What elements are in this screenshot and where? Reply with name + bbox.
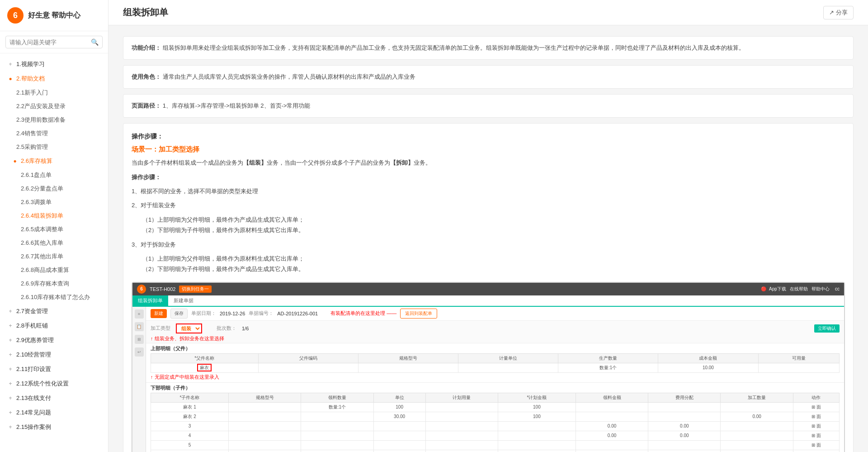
fake-lower3-cell4: [373, 421, 425, 431]
sidebar-item-print[interactable]: + 2.11打印设置: [0, 362, 108, 376]
logo-area: 6 好生意 帮助中心: [0, 0, 108, 31]
sidebar-item-assembly[interactable]: 2.6.4组装拆卸单: [0, 209, 108, 223]
fake-annotation1: 有装配清单的在这里处理 ——: [330, 310, 396, 317]
sidebar-item-payment[interactable]: + 2.13在线支付: [0, 391, 108, 405]
fake-lower6-cell10: ⊞ 面: [793, 450, 839, 452]
fake-app-body: ≡ 📋 ⊞ ↩ 新建 保存 单据日期： 20: [132, 307, 844, 452]
sidebar-item-inventory[interactable]: ● 2.6库存核算: [0, 154, 108, 168]
sidebar-item-otherout[interactable]: 2.6.7其他出库单: [0, 250, 108, 263]
fake-lower-table-area: 下部明细（子件） *子件名称 规格型号 领料数量 单位 计划用量: [146, 382, 844, 452]
step1: 1、根据不同的业务，选择不同单据的类型来处理: [132, 186, 845, 196]
sidebar-item-video[interactable]: + 1.视频学习: [0, 57, 108, 71]
fake-upper-header-row: *父件名称 父件编码 规格型号 计量单位 生产数量 成本金额 可用量: [151, 353, 840, 363]
fake-cell-cost-amt: 10.00: [658, 363, 758, 372]
fake-upper-thead: *父件名称 父件编码 规格型号 计量单位 生产数量 成本金额 可用量: [151, 353, 840, 363]
sidebar-item-stocktake[interactable]: 2.6.1盘点单: [0, 168, 108, 182]
sidebar-item-adjust[interactable]: 2.6.3调拨单: [0, 195, 108, 209]
search-icon[interactable]: 🔍: [91, 38, 99, 46]
fake-lower-header-row: *子件名称 规格型号 领料数量 单位 计划用量 *计划金额 领料金额 费用分配: [151, 393, 840, 402]
fake-nav-home: 🔴: [761, 286, 766, 291]
sidebar: 6 好生意 帮助中心 🔍 + 1.视频学习 ● 2.帮助文档 2.1新手入门 2…: [0, 0, 108, 452]
sidebar-item-accounterr[interactable]: 2.6.10库存账本错了怎么办: [0, 290, 108, 304]
fake-upper-label: 上部明细（父件）: [151, 345, 840, 352]
content-area: 功能介绍： 组装拆卸单用来处理企业组装或拆卸等加工业务，支持有固定装配清单的产品…: [108, 25, 868, 452]
sidebar-item-coupon[interactable]: + 2.9优惠券管理: [0, 333, 108, 347]
share-label: 分享: [836, 9, 848, 17]
fake-sidebar-icon4: ↩: [135, 347, 144, 357]
fake-col-action: 动作: [793, 393, 839, 402]
fake-new-btn[interactable]: 新建: [151, 309, 167, 318]
fake-confirm-btn[interactable]: 立即确认: [814, 324, 840, 333]
fake-process-btn[interactable]: 返回到装配单: [400, 309, 437, 319]
fake-col-plan-qty: 计划用量: [425, 393, 498, 402]
fake-lower2-cell7: [576, 412, 648, 421]
fake-app: 6 TEST-H002 切换到任务一 🔴 App下载 在线帮助 帮助中心 cc: [132, 282, 844, 452]
sidebar-item-mobile[interactable]: + 2.8手机旺铺: [0, 319, 108, 333]
main-area: 组装拆卸单 ↗ 分享 功能介绍： 组装拆卸单用来处理企业组装或拆卸等加工业务，支…: [108, 0, 868, 452]
fake-sidebar-icon2: 📋: [135, 322, 144, 331]
fake-lower3-cell1: 3: [151, 421, 229, 431]
path-text: 1、库存核算->库存管理->组装拆卸单 2、首页->常用功能: [163, 102, 311, 109]
sidebar-item-personalize[interactable]: + 2.12系统个性化设置: [0, 376, 108, 391]
sidebar-item-faq[interactable]: + 2.14常见问题: [0, 405, 108, 420]
fake-lower-cell3: 数量:1个: [301, 402, 373, 412]
sidebar-item-help[interactable]: ● 2.帮助文档: [0, 71, 108, 86]
sidebar-item-goodscost[interactable]: 2.6.8商品成本重算: [0, 263, 108, 277]
fake-col-child-name: *子件名称: [151, 393, 229, 402]
sidebar-item-ops[interactable]: + 2.10经营管理: [0, 347, 108, 362]
intro-text: 组装拆卸单用来处理企业组装或拆卸等加工业务，支持有固定装配清单的产品加工业务，也…: [163, 44, 745, 51]
sidebar-item-stockquery[interactable]: 2.6.9库存账本查询: [0, 277, 108, 290]
share-button[interactable]: ↗ 分享: [823, 6, 854, 19]
fake-lower3-cell5: [425, 421, 498, 431]
sidebar-item-new[interactable]: 2.1新手入门: [0, 86, 108, 100]
search-box: 🔍: [5, 36, 103, 48]
fake-lower-cell6: 100: [498, 402, 576, 412]
fake-type-label: 加工类型: [151, 325, 170, 332]
fake-lower2-cell3: [301, 412, 373, 421]
fake-lower3-cell2: [229, 421, 301, 431]
sidebar-item-sales[interactable]: 2.4销售管理: [0, 127, 108, 140]
fake-lower2-cell8: [648, 412, 721, 421]
fake-app-header: 6 TEST-H002 切换到任务一 🔴 App下载 在线帮助 帮助中心 cc: [132, 283, 844, 295]
sidebar-item-partialtake[interactable]: 2.6.2分量盘点单: [0, 182, 108, 195]
plus-icon7: +: [7, 381, 14, 387]
fake-save-btn[interactable]: 保存: [170, 309, 188, 319]
fake-app-header-left: 6 TEST-H002 切换到任务一: [137, 285, 212, 294]
fake-qty-value: 1/6: [242, 326, 249, 331]
sidebar-item-finance[interactable]: + 2.7资金管理: [0, 304, 108, 319]
page-title: 组装拆卸单: [123, 6, 168, 19]
fake-type-area: 加工类型 组装 拆卸 批次数： 1/6 立即确认: [151, 324, 840, 333]
sidebar-item-label: 2.帮助文档: [16, 75, 45, 83]
fake-lower-cell8: [648, 402, 721, 412]
fake-cell-code: [258, 363, 358, 372]
search-input[interactable]: [9, 39, 88, 46]
sidebar-item-purchase[interactable]: 2.5采购管理: [0, 140, 108, 154]
fake-type-select[interactable]: 组装 拆卸: [176, 324, 202, 333]
sidebar-item-install[interactable]: 2.2产品安装及登录: [0, 100, 108, 113]
fake-lower-tbody: 麻衣 1 数量:1个 100 100: [151, 402, 840, 452]
fake-bill-label: 单据编号：: [249, 310, 274, 317]
fake-lower-table: *子件名称 规格型号 领料数量 单位 计划用量 *计划金额 领料金额 费用分配: [151, 393, 840, 452]
sidebar-item-cases[interactable]: + 2.15操作案例: [0, 420, 108, 434]
fake-date-label: 单据日期：: [191, 310, 216, 317]
fake-cell-avail: [758, 363, 839, 372]
fake-col-avail: 可用量: [758, 353, 839, 363]
fake-col-child-unit: 单位: [373, 393, 425, 402]
fake-logo-sm: 6: [137, 285, 146, 294]
fake-col-child-spec: 规格型号: [229, 393, 301, 402]
fake-tabs: 组装拆卸单 新建单据: [132, 295, 844, 307]
step3-1: （1）上部明细为父件明细，最终作为原材料生成其它出库单；: [142, 253, 845, 264]
sidebar-item-costadj[interactable]: 2.6.5成本调整单: [0, 223, 108, 236]
sidebar-item-otherin[interactable]: 2.6.6其他入库单: [0, 236, 108, 250]
fake-col-plan-amt: *计划金额: [498, 393, 576, 402]
screenshot-container: 6 TEST-H002 切换到任务一 🔴 App下载 在线帮助 帮助中心 cc: [132, 282, 845, 452]
fake-upper-table: *父件名称 父件编码 规格型号 计量单位 生产数量 成本金额 可用量: [151, 353, 840, 373]
fake-lower4-cell10: ⊞ 面: [793, 431, 839, 440]
fake-upper-table-area: 上部明细（父件） *父件名称 父件编码 规格型号 计量单位 生产数: [146, 343, 844, 382]
fake-lower-label: 下部明细（子件）: [151, 385, 840, 391]
table-row: 4 0.00 0.00 ⊞ 面: [151, 431, 840, 440]
fake-app-title: TEST-H002: [150, 286, 175, 292]
steps-section: 操作步骤： 场景一：加工类型选择 当由多个子件材料组装成一个成品的业务为【组装】…: [123, 123, 854, 452]
page-title-area: 组装拆卸单: [123, 6, 168, 19]
sidebar-item-prepare[interactable]: 2.3使用前数据准备: [0, 113, 108, 127]
